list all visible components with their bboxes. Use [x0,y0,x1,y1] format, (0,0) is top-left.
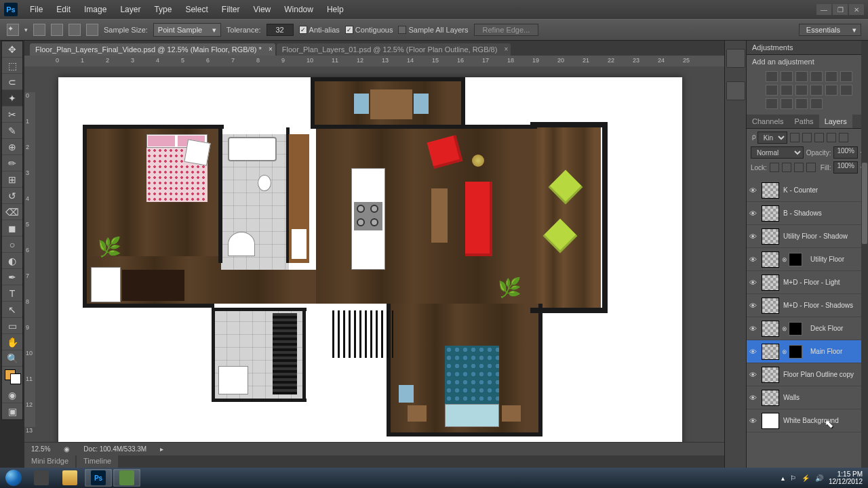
blend-mode-select[interactable]: Normal [751,146,804,159]
lock-transparency-icon[interactable] [770,163,779,172]
visibility-icon[interactable]: 👁 [747,348,759,356]
levels-adjustment-icon[interactable] [781,71,793,82]
filter-type-icon[interactable] [814,133,824,142]
type-tool[interactable]: T [2,285,22,302]
layer-thumbnail[interactable] [762,413,779,429]
close-button[interactable]: ✕ [849,4,864,15]
tool-dropdown-icon[interactable]: ▾ [24,26,28,33]
layer-name[interactable]: Deck Floor [805,325,868,332]
taskbar-photoshop[interactable]: Ps [85,469,112,487]
visibility-icon[interactable]: 👁 [747,325,759,333]
menu-edit[interactable]: Edit [50,5,77,14]
hand-tool[interactable]: ✋ [2,334,22,350]
intersect-selection-icon[interactable] [86,24,98,36]
visibility-icon[interactable]: 👁 [747,209,759,218]
channelmixer-adjustment-icon[interactable] [810,85,823,96]
filter-pixel-icon[interactable] [790,133,800,142]
brightness-adjustment-icon[interactable] [766,71,778,82]
path-tool[interactable]: ↖ [2,302,22,318]
selective-adjustment-icon[interactable] [810,98,823,109]
invert-adjustment-icon[interactable] [840,85,852,96]
layer-row[interactable]: 👁M+D - Floor - Shadows [747,294,868,317]
history-panel-icon[interactable] [726,49,745,68]
layer-name[interactable]: Utility Floor [805,256,868,263]
brush-tool[interactable]: ✏ [2,155,22,171]
menu-image[interactable]: Image [77,5,113,14]
tray-sound-icon[interactable]: 🔊 [815,474,823,482]
menu-filter[interactable]: Filter [215,5,247,14]
menu-view[interactable]: View [246,5,277,14]
layer-thumbnail[interactable] [762,367,779,383]
lasso-tool[interactable]: ⊂ [2,74,22,90]
stamp-tool[interactable]: ⊞ [2,171,22,188]
blur-tool[interactable]: ○ [2,237,22,253]
menu-select[interactable]: Select [178,5,214,14]
layer-mask-thumbnail[interactable] [789,253,802,266]
magic-wand-tool[interactable]: ✦ [2,90,22,106]
filter-smart-icon[interactable] [839,133,848,142]
start-button[interactable] [0,468,27,488]
screenmode-tool[interactable]: ▣ [2,403,22,420]
layer-list[interactable]: 👁K - Counter👁B - Shadows👁Utility Floor -… [747,179,868,473]
maximize-button[interactable]: ❐ [833,4,848,15]
filter-shape-icon[interactable] [827,133,836,142]
visibility-icon[interactable]: 👁 [747,302,759,310]
healing-tool[interactable]: ⊕ [2,139,22,155]
doc-info-dropdown-icon[interactable]: ▸ [160,445,163,453]
layers-tab[interactable]: Layers [819,115,852,128]
lock-pixels-icon[interactable] [782,163,791,172]
tray-flag-icon[interactable]: ⚐ [790,474,796,482]
move-tool[interactable]: ✥ [2,41,22,58]
exposure-adjustment-icon[interactable] [810,71,823,82]
layer-name[interactable]: Main Floor [805,348,868,355]
paths-tab[interactable]: Paths [789,115,818,128]
tray-power-icon[interactable]: ⚡ [802,474,810,482]
layer-thumbnail[interactable] [762,251,779,268]
antialias-checkbox[interactable]: ✓ [299,26,307,34]
layer-row[interactable]: 👁K - Counter [747,179,868,202]
layer-row[interactable]: 👁⊗Main Floor [747,340,868,363]
workspace-select[interactable]: Essentials [799,24,861,36]
layer-thumbnail[interactable] [762,321,779,337]
layer-name[interactable]: Walls [782,394,868,401]
colorbalance-adjustment-icon[interactable] [766,85,778,96]
canvas-area[interactable]: 01234567891011121314 [24,66,724,442]
shape-tool[interactable]: ▭ [2,318,22,334]
eyedropper-tool[interactable]: ✎ [2,123,22,139]
marquee-tool[interactable]: ⬚ [2,58,22,74]
taskbar-explorer[interactable] [56,469,83,487]
sample-size-select[interactable]: Point Sample▾ [153,23,221,37]
tray-up-icon[interactable]: ▴ [781,474,785,482]
layer-thumbnail[interactable] [762,182,779,199]
zoom-tool[interactable]: 🔍 [2,350,22,367]
layer-name[interactable]: M+D - Floor - Light [782,279,868,286]
layer-row[interactable]: 👁Walls [747,386,868,409]
layer-row[interactable]: 👁Utility Floor - Shadow [747,225,868,248]
taskbar-app-2[interactable] [113,469,140,487]
visibility-icon[interactable]: 👁 [747,256,759,264]
colorlookup-adjustment-icon[interactable] [825,85,837,96]
fill-value[interactable]: 100% [833,161,858,174]
canvas[interactable]: 🌿 🌿 [58,77,682,442]
layer-row[interactable]: 👁⊗Deck Floor [747,317,868,340]
contiguous-checkbox[interactable]: ✓ [345,26,353,34]
layer-row[interactable]: 👁B - Shadows [747,202,868,225]
timeline-tab[interactable]: Timeline [77,455,118,468]
gradientmap-adjustment-icon[interactable] [795,98,808,109]
menu-help[interactable]: Help [320,5,351,14]
mini-bridge-tab[interactable]: Mini Bridge [24,455,75,468]
eraser-tool[interactable]: ⌫ [2,204,22,220]
layer-thumbnail[interactable] [762,344,779,360]
menu-file[interactable]: File [23,5,50,14]
lock-position-icon[interactable] [794,163,804,172]
dodge-tool[interactable]: ◐ [2,253,22,269]
vibrance-adjustment-icon[interactable] [825,71,837,82]
layer-name[interactable]: K - Counter [782,186,868,194]
visibility-icon[interactable]: 👁 [747,394,759,402]
layer-row[interactable]: 👁White Background [747,409,868,432]
document-tab-2[interactable]: Floor_Plan_Layers_01.psd @ 12.5% (Floor … [277,43,511,56]
close-tab-icon[interactable]: × [504,45,508,53]
document-tab-1[interactable]: Floor_Plan_Layers_Final_Video.psd @ 12.5… [30,43,275,56]
quickmask-tool[interactable]: ◉ [2,387,22,403]
menu-window[interactable]: Window [277,5,320,14]
